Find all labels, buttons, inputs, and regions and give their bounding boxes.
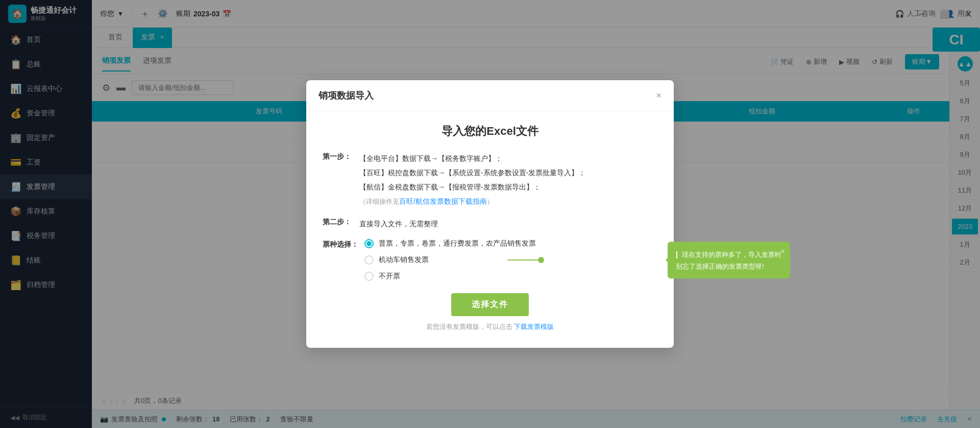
tooltip-bubble: × | 现在支持的票种多了，导入发票时别忘了选择正确的发票类型呀! xyxy=(668,242,790,278)
modal-footer: 若您没有发票模版，可以点击 下载发票模版 xyxy=(323,322,657,340)
step1-content: 【全电平台】数据下载→【税务数字账户】； 【百旺】税控盘数据下载→【系统设置-系… xyxy=(359,151,657,208)
modal-overlay: 销项数据导入 × 导入您的Excel文件 第一步： 【全电平台】数据下载→【税务… xyxy=(0,0,980,428)
radio-notissue[interactable]: 不开票 xyxy=(364,272,536,281)
radio-group: 普票，专票，卷票，通行费发票，农产品销售发票 机动车销售发票 不开票 xyxy=(364,239,536,281)
step2-row: 第二步： 直接导入文件，无需整理 xyxy=(323,217,657,231)
modal-title: 销项数据导入 xyxy=(318,89,374,102)
radio-motor[interactable]: 机动车销售发票 xyxy=(364,255,536,265)
ticket-row: 票种选择： 普票，专票，卷票，通行费发票，农产品销售发票 机动车销售发票 xyxy=(323,239,657,281)
footer-link[interactable]: 下载发票模版 xyxy=(514,323,554,330)
radio-notissue-label: 不开票 xyxy=(379,272,400,281)
radio-normal-circle xyxy=(364,239,374,248)
step1-detail-link[interactable]: 百旺/航信发票数据下载指南 xyxy=(399,197,487,205)
step2-content: 直接导入文件，无需整理 xyxy=(359,217,657,231)
step1-label: 第一步： xyxy=(323,152,353,208)
radio-normal-label: 普票，专票，卷票，通行费发票，农产品销售发票 xyxy=(379,239,536,248)
step1-line1: 【全电平台】数据下载→【税务数字账户】； xyxy=(359,154,502,162)
step1-detail-pre: （详细操作见 xyxy=(359,198,399,205)
radio-motor-circle xyxy=(364,255,374,265)
step1-line2: 【百旺】税控盘数据下载→【系统设置-系统参数设置-发票批量导入】； xyxy=(359,169,585,177)
tooltip-connector xyxy=(507,257,544,263)
import-modal: 销项数据导入 × 导入您的Excel文件 第一步： 【全电平台】数据下载→【税务… xyxy=(306,80,674,348)
radio-motor-label: 机动车销售发票 xyxy=(379,255,429,265)
step1-detail-post: ） xyxy=(487,198,494,205)
radio-notissue-circle xyxy=(364,272,374,281)
radio-normal[interactable]: 普票，专票，卷票，通行费发票，农产品销售发票 xyxy=(364,239,536,248)
modal-header: 销项数据导入 × xyxy=(306,80,674,111)
modal-close-btn[interactable]: × xyxy=(656,91,662,100)
tooltip-close-btn[interactable]: × xyxy=(781,246,785,258)
ticket-label: 票种选择： xyxy=(323,240,358,249)
modal-body: 导入您的Excel文件 第一步： 【全电平台】数据下载→【税务数字账户】； 【百… xyxy=(306,111,674,348)
step1-row: 第一步： 【全电平台】数据下载→【税务数字账户】； 【百旺】税控盘数据下载→【系… xyxy=(323,151,657,208)
step2-label: 第二步： xyxy=(323,218,353,231)
modal-main-title: 导入您的Excel文件 xyxy=(323,124,657,139)
step1-line3: 【航信】金税盘数据下载→【报税管理-发票数据导出】； xyxy=(359,183,541,191)
tooltip-text: 现在支持的票种多了，导入发票时别忘了选择正确的发票类型呀! xyxy=(676,251,781,270)
select-file-btn[interactable]: 选择文件 xyxy=(451,293,529,316)
footer-pre: 若您没有发票模版，可以点击 xyxy=(426,323,512,330)
